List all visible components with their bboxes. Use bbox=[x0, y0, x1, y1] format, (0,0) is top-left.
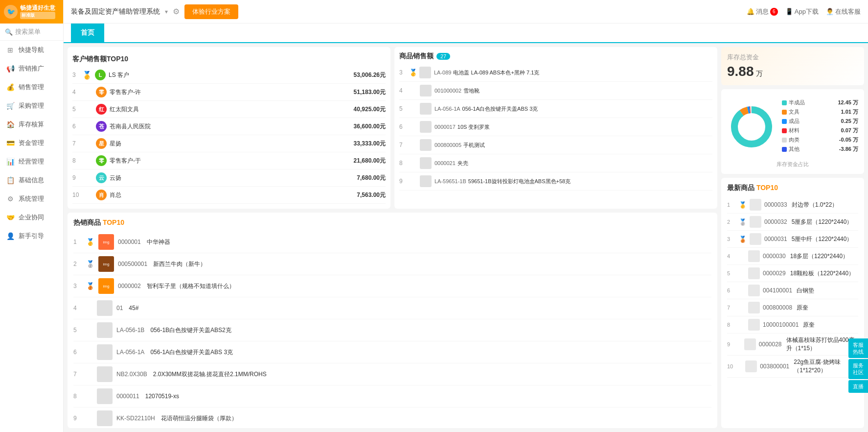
customer-avatar: 星 bbox=[96, 138, 107, 149]
product-thumbnail bbox=[420, 157, 432, 169]
medal-icon: 🥇 bbox=[409, 69, 417, 76]
system-icon: ⚙ bbox=[6, 194, 15, 203]
sidebar-item-label: 库存核算 bbox=[19, 120, 44, 129]
product-icon bbox=[750, 216, 761, 228]
list-item: 5 0000029 18颗粒板（1220*2440） bbox=[727, 265, 858, 282]
product-image bbox=[97, 366, 113, 382]
product-thumbnail bbox=[420, 175, 432, 187]
main-content: 客户销售额TOP10 3 🥇 L LS 客户 53,006.26元 4 零 bbox=[64, 43, 721, 432]
list-item: 6 004100001 白钢垫 bbox=[727, 282, 858, 299]
list-item: 9 0000028 体械嘉枝味苏打饮品400毫升（1*15） bbox=[727, 334, 858, 356]
table-row: 9 LA-59651-1B 59651-1B旋转投影灯电池盒ABS黑色+58克 bbox=[399, 172, 712, 191]
legend-item: 材料 0.07 万 bbox=[782, 127, 858, 134]
sidebar-item-marketing[interactable]: 📢 营销推广 bbox=[0, 59, 63, 78]
right-panel: 库存总资金 9.88 万 bbox=[721, 43, 868, 432]
legend-color-dot bbox=[782, 100, 787, 105]
list-item: 2 🥈 0000032 5厘多层（1220*2440） bbox=[727, 214, 858, 231]
tab-home[interactable]: 首页 bbox=[71, 24, 104, 42]
app-download-button[interactable]: 📱 App下载 bbox=[785, 7, 819, 16]
customer-avatar: 零 bbox=[96, 87, 107, 97]
sidebar-item-label: 基础信息 bbox=[19, 176, 44, 185]
product-image bbox=[97, 410, 113, 426]
dropdown-arrow-icon[interactable]: ▾ bbox=[165, 8, 168, 15]
product-icon bbox=[745, 360, 757, 372]
sidebar-item-cooperation[interactable]: 🤝 企业协同 bbox=[0, 208, 63, 227]
sidebar: 🐦 畅捷通好生意 标准版 🔍 搜索菜单 ⊞ 快捷导航 📢 营销推广 💰 销售管理… bbox=[0, 0, 64, 432]
cs-hotline-button[interactable]: 客服热线 bbox=[848, 338, 868, 359]
sidebar-item-label: 企业协同 bbox=[19, 213, 44, 222]
settings-icon[interactable]: ⚙ bbox=[173, 7, 180, 16]
sidebar-item-shortcut[interactable]: ⊞ 快捷导航 bbox=[0, 41, 63, 59]
sidebar-item-label: 经营管理 bbox=[19, 157, 44, 166]
notifications-button[interactable]: 🔔 消息 6 bbox=[747, 7, 778, 16]
product-thumbnail bbox=[420, 139, 432, 151]
list-item: 1 🥇 0000033 封边带（1.0*22） bbox=[727, 196, 858, 214]
customer-ranking-title: 客户销售额TOP10 bbox=[72, 55, 128, 64]
sidebar-item-label: 快捷导航 bbox=[19, 46, 44, 54]
table-row: 3 🥇 L LS 客户 53,006.26元 bbox=[72, 67, 386, 84]
trial-button[interactable]: 体验行业方案 bbox=[184, 4, 238, 19]
notifications-label: 消息 bbox=[756, 7, 769, 16]
sidebar-item-label: 营销推广 bbox=[19, 64, 44, 73]
cs-community-button[interactable]: 服务社区 bbox=[848, 359, 868, 379]
medal-bronze-icon: 🥉 bbox=[86, 282, 94, 290]
search-menu[interactable]: 🔍 搜索菜单 bbox=[0, 24, 63, 41]
table-row: 5 红 红太阳文具 40,925.00元 bbox=[72, 101, 386, 118]
list-item: 4 0000030 18多层（1220*2440） bbox=[727, 248, 858, 265]
sidebar-item-sales[interactable]: 💰 销售管理 bbox=[0, 78, 63, 96]
legend-item: 肉类 -0.05 万 bbox=[782, 136, 858, 144]
legend-item: 成品 0.25 万 bbox=[782, 118, 858, 125]
sidebar-item-purchase[interactable]: 🛒 采购管理 bbox=[0, 96, 63, 115]
list-item: 7 NB2.0X30B 2.0X30MM双搓花轴.搓花直径2.1MM/ROHS bbox=[73, 363, 711, 385]
legend-item: 文具 1.01 万 bbox=[782, 108, 858, 116]
logo-icon: 🐦 bbox=[4, 5, 18, 19]
customer-avatar: L bbox=[95, 70, 106, 80]
customer-avatar: 肖 bbox=[96, 190, 107, 200]
sidebar-item-label: 采购管理 bbox=[19, 101, 44, 110]
list-item: 3 🥉 img 0000002 智利车子里（规格不知道填什么） bbox=[73, 275, 711, 297]
app-download-label: App下载 bbox=[795, 7, 819, 16]
product-image: img bbox=[98, 256, 114, 272]
content-area: 客户销售额TOP10 3 🥇 L LS 客户 53,006.26元 4 零 bbox=[64, 43, 868, 432]
online-service-button[interactable]: 👨‍💼 在线客服 bbox=[826, 7, 861, 16]
list-item: 2 🥈 img 000500001 新西兰牛肉（新牛） bbox=[73, 253, 711, 275]
table-row: 10 肖 肖总 7,563.00元 bbox=[72, 187, 386, 204]
inventory-value: 9.88 bbox=[727, 64, 754, 79]
sidebar-item-guide[interactable]: 👤 新手引导 bbox=[0, 227, 63, 245]
sidebar-item-label: 销售管理 bbox=[19, 83, 44, 92]
chart-legend: 半成品 12.45 万 文具 1.01 万 成品 0.25 万 bbox=[782, 99, 858, 155]
table-row: 6 0000017 10S 变刹罗浆 bbox=[399, 118, 712, 136]
table-row: 7 000800005 手机测试 bbox=[399, 136, 712, 154]
table-row: 4 零 零售客户-许 51,183.00元 bbox=[72, 84, 386, 101]
legend-item: 半成品 12.45 万 bbox=[782, 99, 858, 106]
medal-gold-icon: 🥇 bbox=[82, 71, 92, 80]
sidebar-logo: 🐦 畅捷通好生意 标准版 bbox=[0, 0, 63, 24]
sidebar-item-operations[interactable]: 📊 经营管理 bbox=[0, 152, 63, 171]
list-item: 5 LA-056-1B 056-1B白色按键开关盖ABS2克 bbox=[73, 319, 711, 341]
logo-title: 畅捷通好生意 bbox=[20, 4, 55, 12]
list-item: 3 🥉 0000031 5厘中纤（1220*2440） bbox=[727, 231, 858, 248]
sidebar-item-inventory[interactable]: 🏠 库存核算 bbox=[0, 115, 63, 134]
product-thumbnail bbox=[420, 121, 432, 133]
guide-icon: 👤 bbox=[6, 232, 15, 240]
sidebar-item-basic[interactable]: 📋 基础信息 bbox=[0, 171, 63, 190]
new-products-card: 最新商品 TOP10 1 🥇 0000033 封边带（1.0*22） 2 🥈 0… bbox=[721, 178, 864, 428]
sidebar-item-finance[interactable]: 💳 资金管理 bbox=[0, 134, 63, 152]
sidebar-item-system[interactable]: ⚙ 系统管理 bbox=[0, 190, 63, 208]
product-ranking-title: 商品销售额 bbox=[399, 52, 434, 61]
legend-color-dot bbox=[782, 110, 787, 115]
search-menu-label: 搜索菜单 bbox=[15, 27, 41, 36]
list-item: 1 🥇 img 0000001 中华神器 bbox=[73, 231, 711, 253]
legend-color-dot bbox=[782, 138, 787, 143]
tabbar: 首页 bbox=[64, 24, 868, 43]
table-row: 9 云 云扬 7,680.00元 bbox=[72, 169, 386, 187]
table-row: 7 星 星扬 33,333.00元 bbox=[72, 135, 386, 152]
product-thumbnail bbox=[420, 103, 432, 115]
product-count-badge: 27 bbox=[436, 53, 450, 60]
customer-avatar: 红 bbox=[96, 104, 107, 115]
cs-live-button[interactable]: 直播 bbox=[848, 380, 868, 393]
legend-item: 其他 -3.86 万 bbox=[782, 145, 858, 153]
main-area: 装备及固定资产辅助管理系统 ▾ ⚙ 体验行业方案 🔔 消息 6 📱 App下载 … bbox=[64, 0, 868, 432]
list-item: 8 10000100001 原奎 bbox=[727, 316, 858, 334]
finance-icon: 💳 bbox=[6, 139, 15, 147]
